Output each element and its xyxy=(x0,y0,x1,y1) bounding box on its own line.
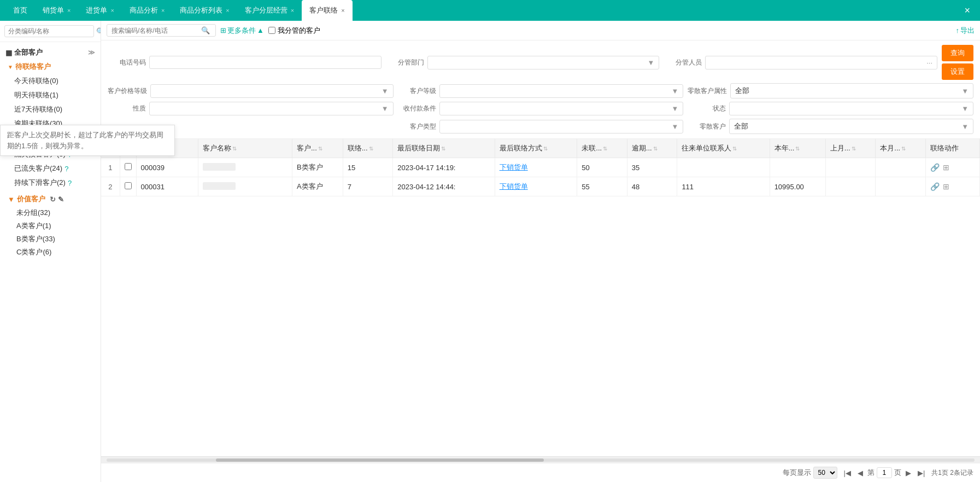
more-conditions-btn[interactable]: ⊞ 更多条件 ▲ xyxy=(220,26,264,36)
sidebar-item-declining[interactable]: 持续下滑客户(2) ? xyxy=(0,176,101,190)
main-layout: 🔍 ▦ 全部客户 ≫ ▼ 待联络客户 今天待联络(0) xyxy=(0,21,980,482)
price-grade-select[interactable]: ▼ xyxy=(150,84,394,98)
table-row: 1 000039 B类客户 15 2023-04-17 14:19: xyxy=(101,158,980,177)
close-sales-order-icon[interactable]: × xyxy=(67,7,71,14)
close-purchase-order-icon[interactable]: × xyxy=(110,7,114,14)
value-item-a[interactable]: A类客户(1) xyxy=(14,219,95,233)
status-select[interactable]: ▼ xyxy=(729,102,973,115)
payment-select[interactable]: ▼ xyxy=(439,102,684,115)
close-customer-tier-icon[interactable]: × xyxy=(291,7,294,14)
first-page-button[interactable]: |◀ xyxy=(842,468,853,478)
per-page-select[interactable]: 50 xyxy=(813,467,837,479)
phone-input[interactable] xyxy=(149,56,382,69)
person-dots-icon: ··· xyxy=(926,59,932,67)
prev-page-button[interactable]: ◀ xyxy=(855,468,865,478)
row2-grid-icon[interactable]: ⊞ xyxy=(943,182,949,191)
customer-grade-select[interactable]: ▼ xyxy=(439,84,684,98)
row1-select-checkbox[interactable] xyxy=(125,163,132,170)
th-last-method[interactable]: 最后联络方式 ⇅ xyxy=(495,139,577,158)
filter-retail-customer: 零散客户 全部 ▼ xyxy=(688,119,973,134)
th-company-contacts[interactable]: 往来单位联系人 ⇅ xyxy=(677,139,770,158)
query-button[interactable]: 查询 xyxy=(942,45,973,61)
my-customers-filter[interactable]: 我分管的客户 xyxy=(268,26,320,36)
person-select[interactable]: ··· xyxy=(705,56,937,69)
close-product-analysis-list-icon[interactable]: × xyxy=(226,7,229,14)
nav-home[interactable]: 首页 xyxy=(5,0,35,21)
customer-type-select[interactable]: ▼ xyxy=(439,120,684,133)
sidebar-item-7days[interactable]: 近7天待联络(0) xyxy=(0,102,101,117)
th-type[interactable]: 客户... ⇅ xyxy=(292,139,343,158)
export-button[interactable]: ↑ 导出 xyxy=(956,26,975,36)
sidebar-all-customers[interactable]: ▦ 全部客户 ≫ xyxy=(0,45,101,60)
th-contact[interactable]: 联络... ⇅ xyxy=(343,139,393,158)
th-last-month[interactable]: 上月... ⇅ xyxy=(825,139,876,158)
th-last-date[interactable]: 最后联络日期 ⇅ xyxy=(393,139,495,158)
refresh-icon[interactable]: ↻ xyxy=(50,195,56,204)
table-wrapper[interactable]: ⚙ 客户编码 ⇅ xyxy=(101,139,980,456)
row2-link-icon[interactable]: 🔗 xyxy=(930,182,940,191)
sidebar-item-tomorrow[interactable]: 明天待联络(1) xyxy=(0,88,101,102)
row2-action: 🔗 ⊞ xyxy=(925,177,979,196)
window-close-button[interactable]: × xyxy=(960,5,975,16)
row1-grid-icon[interactable]: ⊞ xyxy=(943,163,949,172)
sidebar-search-input[interactable] xyxy=(4,25,94,37)
scroll-track xyxy=(107,458,975,462)
nav-customer-tier[interactable]: 客户分层经营 × xyxy=(237,0,302,21)
row1-this-year xyxy=(770,158,825,177)
th-this-year[interactable]: 本年... ⇅ xyxy=(770,139,825,158)
next-page-button[interactable]: ▶ xyxy=(903,468,913,478)
filter-payment: 收付款条件 ▼ xyxy=(398,102,684,115)
row1-checkbox[interactable] xyxy=(120,158,136,177)
price-grade-chevron-icon: ▼ xyxy=(382,87,389,95)
row2-select-checkbox[interactable] xyxy=(125,182,132,189)
row1-link-icon[interactable]: 🔗 xyxy=(930,163,940,172)
gender-select[interactable]: ▼ xyxy=(149,102,394,115)
horizontal-scrollbar[interactable] xyxy=(101,456,980,463)
last-page-button[interactable]: ▶| xyxy=(916,468,927,478)
sidebar-collapse-icon[interactable]: ≫ xyxy=(88,49,95,56)
nav-product-analysis[interactable]: 商品分析 × xyxy=(122,0,172,21)
close-product-analysis-icon[interactable]: × xyxy=(161,7,165,14)
settings-button[interactable]: 设置 xyxy=(942,63,973,80)
row2-last-method[interactable]: 下销货单 xyxy=(495,177,577,196)
sort-company-contacts-icon: ⇅ xyxy=(732,146,737,152)
row1-company-contacts xyxy=(677,158,770,177)
page-number-input[interactable] xyxy=(877,467,892,478)
row1-name[interactable] xyxy=(198,158,292,177)
nav-sales-order[interactable]: 销货单 × xyxy=(35,0,78,21)
action-btns: 查询 设置 xyxy=(942,45,973,80)
row1-action: 🔗 ⊞ xyxy=(925,158,979,177)
nav-product-analysis-list[interactable]: 商品分析列表 × xyxy=(172,0,237,21)
retail-customer-select[interactable]: 全部 ▼ xyxy=(729,119,973,134)
row2-name[interactable] xyxy=(198,177,292,196)
search-input-icon[interactable]: 🔍 xyxy=(201,26,210,34)
retail-attr-select[interactable]: 全部 ▼ xyxy=(730,83,973,98)
search-input[interactable] xyxy=(112,27,199,34)
filter-row-1: 电话号码 分管部门 ▼ 分管人员 ··· 查询 设置 xyxy=(108,45,973,80)
th-overdue[interactable]: 逾期... ⇅ xyxy=(627,139,677,158)
nav-customer-contact[interactable]: 客户联络 × xyxy=(302,0,352,21)
value-item-ungroup[interactable]: 未分组(32) xyxy=(14,206,95,219)
close-customer-contact-icon[interactable]: × xyxy=(341,7,344,14)
value-item-b[interactable]: B类客户(33) xyxy=(14,233,95,246)
sidebar-item-already-lost[interactable]: 已流失客户(24) ? xyxy=(0,161,101,176)
my-customers-checkbox[interactable] xyxy=(268,27,275,34)
pagination-bar: 每页显示 50 |◀ ◀ 第 页 ▶ ▶| 共1页 2条记录 xyxy=(101,463,980,482)
row2-type: A类客户 xyxy=(292,177,343,196)
sidebar-item-today[interactable]: 今天待联络(0) xyxy=(0,74,101,88)
already-lost-help-icon[interactable]: ? xyxy=(64,165,68,173)
nav-purchase-order[interactable]: 进货单 × xyxy=(78,0,121,21)
value-item-c[interactable]: C类客户(6) xyxy=(14,246,95,259)
sidebar-search-icon[interactable]: 🔍 xyxy=(96,27,101,36)
pending-section-header[interactable]: ▼ 待联络客户 xyxy=(0,60,101,74)
declining-help-icon[interactable]: ? xyxy=(68,179,72,187)
row1-last-method[interactable]: 下销货单 xyxy=(495,158,577,177)
edit-value-icon[interactable]: ✎ xyxy=(58,195,64,204)
scroll-thumb[interactable] xyxy=(216,458,544,462)
value-section-header[interactable]: ▼ 价值客户 ↻ ✎ xyxy=(8,192,95,206)
th-uncontacted[interactable]: 未联... ⇅ xyxy=(577,139,627,158)
dept-select[interactable]: ▼ xyxy=(427,56,660,69)
row2-checkbox[interactable] xyxy=(120,177,136,196)
th-name[interactable]: 客户名称 ⇅ xyxy=(198,139,292,158)
th-this-month[interactable]: 本月... ⇅ xyxy=(876,139,926,158)
